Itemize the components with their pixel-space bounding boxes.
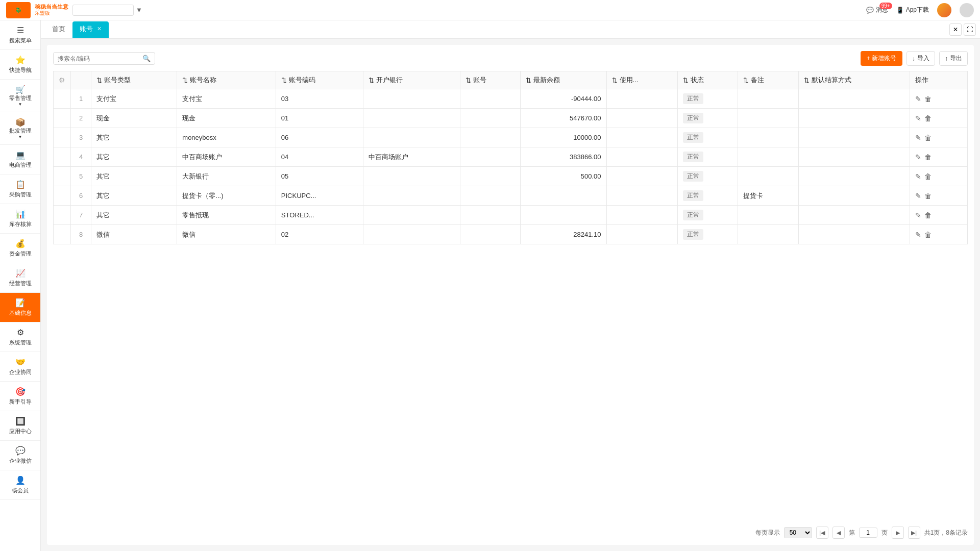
last-page-button[interactable]: ▶| — [908, 527, 920, 539]
col-usage-sort[interactable]: ⇅ 使用... — [612, 76, 639, 85]
cell-code: 04 — [276, 147, 363, 167]
message-button[interactable]: 💬 消息 99+ — [866, 6, 888, 14]
sidebar-item-retail-mgmt[interactable]: 🛒 零售管理 ▼ — [0, 80, 40, 112]
cell-gear — [54, 109, 71, 128]
page-size-select[interactable]: 50 100 — [784, 527, 812, 538]
import-button[interactable]: ↓ 导入 — [906, 51, 935, 66]
col-balance-sort[interactable]: ⇅ 最新余额 — [526, 76, 560, 85]
col-note-sort[interactable]: ⇅ 备注 — [743, 76, 764, 85]
tab-expand-button[interactable]: ⛶ — [964, 23, 976, 36]
sidebar-item-sys-mgmt[interactable]: ⚙ 系统管理 — [0, 322, 40, 352]
col-code[interactable]: ⇅ 账号编码 — [276, 71, 363, 89]
col-account[interactable]: ⇅ 账号 — [460, 71, 521, 89]
new-guide-icon: 🎯 — [15, 387, 26, 396]
delete-button[interactable]: 🗑 — [924, 95, 932, 103]
delete-button[interactable]: 🗑 — [924, 114, 932, 122]
col-name-sort[interactable]: ⇅ 账号名称 — [182, 76, 216, 85]
cell-default-settlement — [798, 186, 910, 206]
app-download-button[interactable]: 📱 App下载 — [896, 6, 929, 14]
sidebar-item-ops-mgmt[interactable]: 📈 经营管理 — [0, 263, 40, 293]
col-default-settlement[interactable]: ⇅ 默认结算方式 — [798, 71, 910, 89]
edit-button[interactable]: ✎ — [915, 114, 921, 122]
sidebar-item-wholesale-mgmt[interactable]: 📦 批发管理 ▼ — [0, 112, 40, 145]
sidebar-item-new-guide[interactable]: 🎯 新手引导 — [0, 382, 40, 411]
header-search-dropdown[interactable]: ▼ — [136, 6, 142, 14]
col-gear[interactable]: ⚙ — [54, 71, 71, 89]
cell-account — [460, 147, 521, 167]
sidebar-item-quick-nav[interactable]: ⭐ 快捷导航 — [0, 50, 40, 80]
corp-agreement-icon: 🤝 — [15, 357, 26, 367]
sidebar-item-basic-info[interactable]: 📝 基础信息 — [0, 293, 40, 322]
sidebar-item-corp-wechat[interactable]: 💬 企业微信 — [0, 441, 40, 470]
tab-accounts[interactable]: 账号 ✕ — [72, 21, 109, 38]
cell-num: 3 — [71, 128, 91, 147]
col-balance[interactable]: ⇅ 最新余额 — [521, 71, 606, 89]
cell-actions[interactable]: ✎🗑 — [910, 225, 968, 244]
col-code-label: 账号编码 — [289, 76, 315, 85]
col-status-sort[interactable]: ⇅ 状态 — [683, 76, 704, 85]
delete-button[interactable]: 🗑 — [924, 231, 932, 239]
delete-button[interactable]: 🗑 — [924, 172, 932, 181]
first-page-button[interactable]: |◀ — [816, 527, 828, 539]
col-code-sort[interactable]: ⇅ 账号编码 — [281, 76, 315, 85]
tab-bar-right: ✕ ⛶ — [949, 23, 976, 36]
cell-actions[interactable]: ✎🗑 — [910, 206, 968, 225]
col-bank-sort[interactable]: ⇅ 开户银行 — [369, 76, 403, 85]
sidebar-item-corp-agreement[interactable]: 🤝 企业协同 — [0, 352, 40, 382]
cell-actions[interactable]: ✎🗑 — [910, 186, 968, 206]
delete-button[interactable]: 🗑 — [924, 134, 932, 142]
tab-close-all-button[interactable]: ✕ — [949, 23, 962, 36]
col-note[interactable]: ⇅ 备注 — [738, 71, 799, 89]
delete-button[interactable]: 🗑 — [924, 211, 932, 219]
sidebar-item-finance-mgmt[interactable]: 💰 资金管理 — [0, 234, 40, 263]
edit-button[interactable]: ✎ — [915, 231, 921, 239]
add-account-button[interactable]: + 新增账号 — [861, 51, 902, 66]
prev-page-button[interactable]: ◀ — [832, 527, 845, 539]
tab-home[interactable]: 首页 — [45, 21, 72, 38]
cell-gear — [54, 167, 71, 186]
sidebar-item-member[interactable]: 👤 畅会员 — [0, 470, 40, 500]
export-button[interactable]: ↑ 导出 — [939, 51, 968, 66]
col-usage[interactable]: ⇅ 使用... — [606, 71, 677, 89]
next-page-button[interactable]: ▶ — [892, 527, 904, 539]
cell-actions[interactable]: ✎🗑 — [910, 128, 968, 147]
page-size-label: 每页显示 — [755, 529, 780, 537]
search-icon[interactable]: 🔍 — [142, 55, 151, 62]
edit-button[interactable]: ✎ — [915, 153, 921, 161]
search-input[interactable] — [58, 55, 139, 62]
status-badge: 正常 — [683, 190, 703, 201]
tab-accounts-close[interactable]: ✕ — [97, 26, 102, 32]
sidebar-item-search-menu[interactable]: ☰ 搜索菜单 — [0, 20, 40, 50]
edit-button[interactable]: ✎ — [915, 134, 921, 142]
avatar[interactable] — [937, 3, 951, 17]
col-default-settlement-sort[interactable]: ⇅ 默认结算方式 — [804, 76, 851, 85]
col-note-label: 备注 — [751, 76, 764, 85]
page-input[interactable] — [859, 528, 877, 538]
sidebar-item-ecommerce-mgmt[interactable]: 💻 电商管理 — [0, 145, 40, 174]
sidebar-item-purchase-mgmt[interactable]: 📋 采购管理 — [0, 174, 40, 204]
cell-code: STORED... — [276, 206, 363, 225]
column-settings-icon[interactable]: ⚙ — [59, 76, 65, 84]
col-account-sort[interactable]: ⇅ 账号 — [465, 76, 486, 85]
col-type[interactable]: ⇅ 账号类型 — [91, 71, 177, 89]
delete-button[interactable]: 🗑 — [924, 192, 932, 200]
cell-actions[interactable]: ✎🗑 — [910, 89, 968, 109]
sidebar-item-app-center[interactable]: 🔲 应用中心 — [0, 411, 40, 441]
col-bank[interactable]: ⇅ 开户银行 — [363, 71, 460, 89]
cell-type: 其它 — [91, 167, 177, 186]
cell-actions[interactable]: ✎🗑 — [910, 109, 968, 128]
col-name[interactable]: ⇅ 账号名称 — [177, 71, 276, 89]
edit-button[interactable]: ✎ — [915, 172, 921, 181]
header-search-input[interactable] — [72, 5, 134, 16]
edit-button[interactable]: ✎ — [915, 95, 921, 103]
delete-button[interactable]: 🗑 — [924, 153, 932, 161]
col-status[interactable]: ⇅ 状态 — [677, 71, 738, 89]
col-type-sort[interactable]: ⇅ 账号类型 — [96, 76, 131, 85]
sidebar-item-new-guide-label: 新手引导 — [9, 398, 32, 406]
logo-box: 🐉 — [6, 2, 31, 18]
edit-button[interactable]: ✎ — [915, 211, 921, 219]
cell-actions[interactable]: ✎🗑 — [910, 147, 968, 167]
sidebar-item-inventory-calc[interactable]: 📊 库存核算 — [0, 204, 40, 234]
cell-actions[interactable]: ✎🗑 — [910, 167, 968, 186]
edit-button[interactable]: ✎ — [915, 192, 921, 200]
